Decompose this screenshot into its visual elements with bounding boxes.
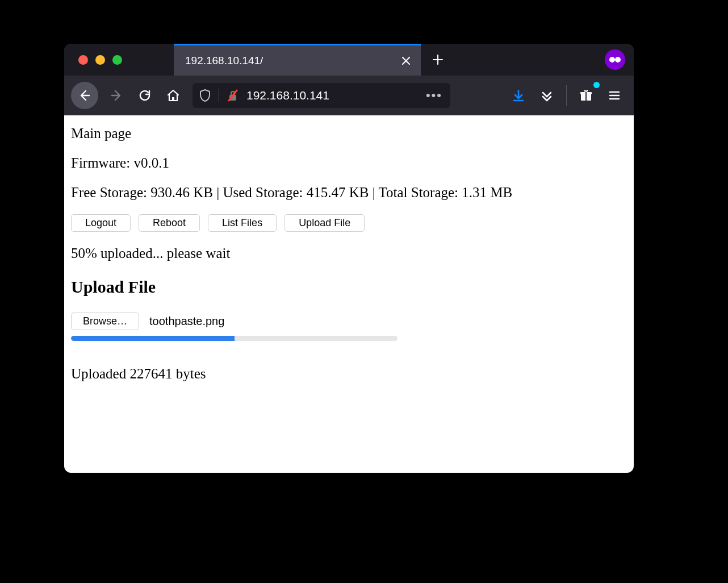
- logout-button[interactable]: Logout: [71, 214, 131, 232]
- back-button[interactable]: [71, 82, 98, 109]
- shield-icon: [197, 88, 213, 103]
- menu-button[interactable]: [602, 83, 627, 108]
- toolbar-divider: [566, 85, 567, 106]
- maximize-window-button[interactable]: [112, 55, 122, 65]
- whats-new-button[interactable]: [574, 83, 599, 108]
- overflow-button[interactable]: [534, 83, 559, 108]
- page-content: Main page Firmware: v0.0.1 Free Storage:…: [64, 115, 634, 473]
- close-tab-button[interactable]: [397, 52, 415, 70]
- file-input-row: Browse… toothpaste.png: [71, 313, 627, 330]
- downloads-button[interactable]: [506, 83, 531, 108]
- minimize-window-button[interactable]: [95, 55, 105, 65]
- close-window-button[interactable]: [78, 55, 88, 65]
- upload-file-button[interactable]: Upload File: [284, 214, 365, 232]
- svg-rect-0: [172, 97, 174, 100]
- insecure-lock-icon: [225, 88, 241, 103]
- browser-toolbar: 192.168.10.141 •••: [64, 76, 634, 115]
- upload-progress-bar: [71, 336, 398, 341]
- upload-status: 50% uploaded... please wait: [71, 245, 627, 261]
- list-files-button[interactable]: List Files: [208, 214, 277, 232]
- new-tab-button[interactable]: [429, 51, 447, 69]
- page-actions-icon[interactable]: •••: [426, 88, 446, 103]
- private-browsing-icon: [605, 49, 625, 70]
- browser-window: 192.168.10.141/: [64, 44, 634, 473]
- home-button[interactable]: [161, 83, 186, 108]
- browser-tab[interactable]: 192.168.10.141/: [174, 44, 421, 76]
- uploaded-bytes-line: Uploaded 227641 bytes: [71, 366, 627, 382]
- storage-line: Free Storage: 930.46 KB | Used Storage: …: [71, 185, 627, 201]
- page-title: Main page: [71, 126, 627, 141]
- upload-heading: Upload File: [71, 277, 627, 297]
- url-text: 192.168.10.141: [246, 89, 420, 102]
- tab-title: 192.168.10.141/: [185, 55, 397, 67]
- forward-button[interactable]: [104, 83, 129, 108]
- action-button-row: Logout Reboot List Files Upload File: [71, 214, 627, 232]
- url-divider: [219, 89, 219, 102]
- reload-button[interactable]: [132, 83, 157, 108]
- url-bar[interactable]: 192.168.10.141 •••: [193, 83, 450, 108]
- window-controls: [78, 55, 122, 65]
- tab-bar: 192.168.10.141/: [64, 44, 634, 76]
- svg-rect-4: [585, 91, 587, 101]
- upload-progress-fill: [71, 336, 235, 341]
- browse-button[interactable]: Browse…: [71, 313, 139, 330]
- firmware-line: Firmware: v0.0.1: [71, 155, 627, 171]
- selected-filename: toothpaste.png: [149, 315, 224, 328]
- reboot-button[interactable]: Reboot: [139, 214, 200, 232]
